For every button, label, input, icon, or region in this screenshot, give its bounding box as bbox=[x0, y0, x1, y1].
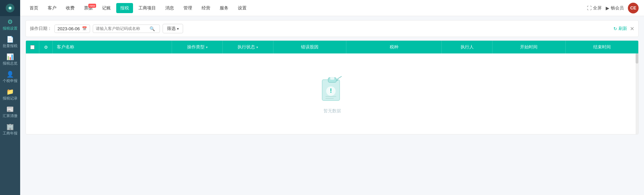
sidebar: ⚙ 报税设置 📄 批量报税 📊 报税总览 👤 个税申报 📁 报税记录 📰 汇算清… bbox=[0, 0, 20, 195]
sidebar-item-annual-report[interactable]: 🏢 工商年报 bbox=[0, 121, 20, 139]
sidebar-item-tax-records[interactable]: 📁 报税记录 bbox=[0, 86, 20, 104]
sidebar-item-personal-tax[interactable]: 👤 个税申报 bbox=[0, 69, 20, 86]
filter-label: 筛选 bbox=[167, 26, 176, 32]
topnav-item-business[interactable]: 工商项目 bbox=[134, 3, 160, 13]
sidebar-item-label: 汇算清缴 bbox=[3, 113, 17, 118]
refresh-button[interactable]: ↻ 刷新 bbox=[613, 26, 627, 32]
toolbar: 操作日期： 2023-06-06 📅 🔍 筛选 ▾ ↻ 刷新 ✕ bbox=[26, 20, 639, 37]
close-button[interactable]: ✕ bbox=[630, 26, 634, 32]
search-icon: 🔍 bbox=[149, 26, 155, 31]
sidebar-item-tax-overview[interactable]: 📊 报税总览 bbox=[0, 51, 20, 69]
sort-icon-status: ▾ bbox=[256, 45, 258, 49]
settlement-icon: 📰 bbox=[6, 106, 14, 112]
topnav-item-tax[interactable]: 报税 bbox=[116, 3, 133, 13]
topnav-item-invoice[interactable]: 票据 new bbox=[80, 3, 97, 13]
batch-tax-icon: 📄 bbox=[6, 36, 14, 42]
settings-icon: ⚙ bbox=[44, 45, 48, 50]
scrollbar-track[interactable] bbox=[636, 53, 638, 134]
topnav-item-operation[interactable]: 经营 bbox=[198, 3, 214, 13]
topnav-item-message[interactable]: 消息 bbox=[161, 3, 178, 13]
filter-button[interactable]: 筛选 ▾ bbox=[163, 24, 183, 33]
table-body: ! 暂无数据 bbox=[26, 53, 638, 134]
member-button[interactable]: ▶ 畅会员 bbox=[606, 5, 624, 11]
member-label: 畅会员 bbox=[611, 5, 624, 11]
topnav-item-service[interactable]: 服务 bbox=[216, 3, 232, 13]
refresh-icon: ↻ bbox=[613, 26, 617, 31]
scrollbar-thumb[interactable] bbox=[636, 53, 638, 64]
annual-report-icon: 🏢 bbox=[6, 124, 14, 130]
svg-text:!: ! bbox=[330, 87, 332, 94]
search-wrap[interactable]: 🔍 bbox=[93, 25, 160, 33]
fullscreen-label: 全屏 bbox=[593, 5, 602, 11]
tax-records-icon: 📁 bbox=[6, 89, 14, 95]
date-label: 操作日期： bbox=[30, 26, 52, 32]
sidebar-item-tax-settings[interactable]: ⚙ 报税设置 bbox=[0, 16, 20, 34]
member-icon: ▶ bbox=[606, 5, 609, 11]
topnav-right: ⛶ 全屏 ▶ 畅会员 CE bbox=[587, 3, 639, 13]
sort-icon-op-type: ▾ bbox=[206, 45, 208, 49]
th-start-time: 开始时间 bbox=[492, 41, 566, 53]
sidebar-item-label: 工商年报 bbox=[3, 131, 17, 136]
date-value: 2023-06-06 bbox=[57, 26, 80, 31]
empty-illustration: ! bbox=[319, 74, 346, 104]
svg-line-7 bbox=[337, 76, 342, 79]
chevron-down-icon: ▾ bbox=[177, 27, 179, 31]
select-all-checkbox[interactable] bbox=[30, 45, 35, 49]
th-tax: 税种 bbox=[346, 41, 442, 53]
personal-tax-icon: 👤 bbox=[6, 71, 14, 77]
svg-rect-4 bbox=[330, 77, 334, 80]
th-client-name: 客户名称 bbox=[53, 41, 172, 53]
empty-text: 暂无数据 bbox=[324, 108, 341, 114]
th-op-type: 操作类型 ▾ bbox=[172, 41, 223, 53]
svg-point-1 bbox=[9, 7, 11, 9]
th-settings[interactable]: ⚙ bbox=[39, 41, 53, 53]
th-executor: 执行人 bbox=[442, 41, 492, 53]
topnav-item-home[interactable]: 首页 bbox=[26, 3, 42, 13]
topnav-items: 首页 客户 收费 票据 new 记账 报税 工商项目 消息 管理 经营 服务 设… bbox=[26, 3, 587, 13]
th-end-time: 结束时间 bbox=[566, 41, 639, 53]
sidebar-item-label: 个税申报 bbox=[3, 78, 17, 83]
sidebar-item-settlement[interactable]: 📰 汇算清缴 bbox=[0, 104, 20, 121]
th-status: 执行状态 ▾ bbox=[223, 41, 273, 53]
topnav-item-client[interactable]: 客户 bbox=[44, 3, 60, 13]
empty-state: ! 暂无数据 bbox=[26, 53, 638, 134]
topnav-item-settings[interactable]: 设置 bbox=[234, 3, 251, 13]
fullscreen-button[interactable]: ⛶ 全屏 bbox=[587, 5, 602, 11]
sidebar-logo bbox=[0, 0, 20, 16]
table: ⚙ 客户名称 操作类型 ▾ 执行状态 ▾ 错误股因 税种 bbox=[26, 40, 639, 134]
th-error: 错误股因 bbox=[273, 41, 347, 53]
table-header: ⚙ 客户名称 操作类型 ▾ 执行状态 ▾ 错误股因 税种 bbox=[26, 41, 638, 53]
search-input[interactable] bbox=[96, 26, 149, 31]
sidebar-item-batch-tax[interactable]: 📄 批量报税 bbox=[0, 34, 20, 51]
topnav-item-billing[interactable]: 收费 bbox=[62, 3, 79, 13]
content: 操作日期： 2023-06-06 📅 🔍 筛选 ▾ ↻ 刷新 ✕ bbox=[20, 16, 644, 195]
sidebar-item-label: 报税设置 bbox=[3, 26, 17, 31]
topnav-item-manage[interactable]: 管理 bbox=[179, 3, 196, 13]
topnav: 首页 客户 收费 票据 new 记账 报税 工商项目 消息 管理 经营 服务 设… bbox=[20, 0, 644, 16]
calendar-icon: 📅 bbox=[82, 26, 87, 31]
avatar[interactable]: CE bbox=[628, 3, 639, 13]
sidebar-item-label: 报税总览 bbox=[3, 61, 17, 66]
th-checkbox[interactable] bbox=[26, 41, 39, 53]
tax-overview-icon: 📊 bbox=[6, 54, 14, 60]
sidebar-item-label: 批量报税 bbox=[3, 43, 17, 48]
tax-settings-icon: ⚙ bbox=[7, 19, 13, 25]
topnav-item-bookkeeping[interactable]: 记账 bbox=[98, 3, 115, 13]
date-picker[interactable]: 2023-06-06 📅 bbox=[54, 25, 90, 33]
sidebar-item-label: 报税记录 bbox=[3, 96, 17, 101]
refresh-label: 刷新 bbox=[618, 26, 627, 32]
fullscreen-icon: ⛶ bbox=[587, 5, 592, 11]
main-area: 首页 客户 收费 票据 new 记账 报税 工商项目 消息 管理 经营 服务 设… bbox=[20, 0, 644, 195]
invoice-badge: new bbox=[88, 4, 96, 8]
